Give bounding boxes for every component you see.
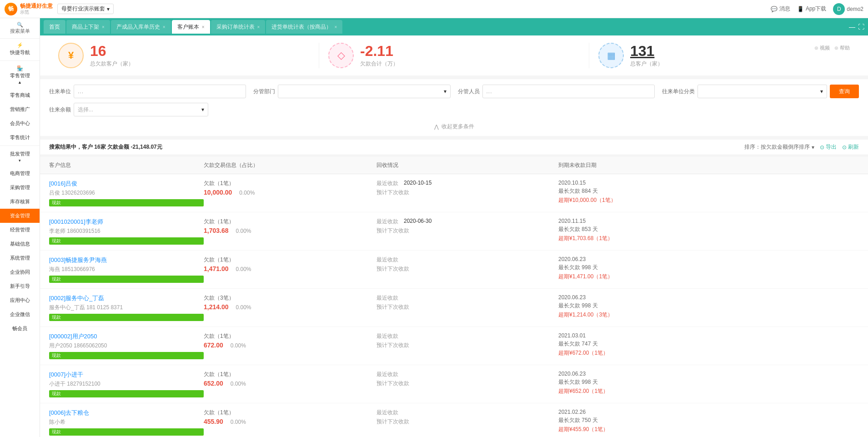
message-button[interactable]: 💬 消息	[771, 5, 790, 13]
app-download-button[interactable]: 📱 App下载	[797, 5, 826, 13]
debt-ratio-2: 0.00%	[236, 228, 251, 234]
tab-customer-account[interactable]: 客户账本 ×	[172, 20, 210, 34]
production-history-label: 产成品入库单历史	[116, 23, 160, 31]
sidebar-item-member[interactable]: 会员中心	[0, 116, 40, 131]
due-days-6: 最长欠款 998 天	[558, 378, 859, 386]
sidebar-item-wholesale[interactable]: 批发管理 ▾	[0, 147, 40, 166]
due-days-7: 最长欠款 750 天	[558, 417, 859, 424]
due-overdue-5[interactable]: 超期¥672.00（1笔）	[558, 349, 859, 357]
sidebar-item-sys[interactable]: 系统管理	[0, 251, 40, 265]
tab-minimize-icon[interactable]: —	[849, 23, 855, 30]
sidebar-search[interactable]: 🔍 搜索菜单	[0, 18, 40, 39]
due-info-4: 2020.06.23 最长欠款 998 天 超期¥1,214.00（3笔）	[558, 294, 859, 319]
sidebar-item-newbie[interactable]: 新手引导	[0, 279, 40, 293]
search-button[interactable]: 查询	[830, 85, 859, 98]
manager-input[interactable]: ...	[482, 85, 655, 98]
sidebar-item-inventory[interactable]: 库存核算	[0, 195, 40, 209]
customer-phone-4: 服务中心_丁磊 181 0125 8371	[49, 304, 204, 311]
tab-product-shelf[interactable]: 商品上下架 ×	[66, 20, 110, 34]
sidebar-item-wechat[interactable]: 企业微信	[0, 307, 40, 321]
due-overdue-7[interactable]: 超期¥455.90（1笔）	[558, 426, 859, 433]
retail-stats-label: 零售统计	[10, 134, 30, 141]
debt-customers-label: 总欠款客户（家）	[90, 60, 310, 68]
balance-select[interactable]: 选择... ▾	[74, 103, 208, 116]
sidebar-item-retail-mall[interactable]: 零售商城	[0, 88, 40, 102]
due-overdue-1[interactable]: 超期¥10,000.00（1笔）	[558, 196, 859, 204]
debt-customers-info: 16 总欠款客户（家）	[90, 44, 310, 68]
customer-name-1[interactable]: [0016]吕俊	[49, 180, 204, 188]
sidebar-item-basic[interactable]: 基础信息	[0, 237, 40, 251]
ecommerce-label: 电商管理	[10, 170, 30, 177]
tab-home[interactable]: 首页	[44, 20, 65, 34]
debt-ratio-3: 0.00%	[236, 266, 251, 272]
tab-expand-icon[interactable]: ⛶	[858, 23, 864, 30]
tab-production-history[interactable]: 产成品入库单历史 ×	[111, 20, 171, 34]
due-overdue-4[interactable]: 超期¥1,214.00（3笔）	[558, 311, 859, 319]
collection-next-2: 预计下次收款	[376, 227, 558, 235]
due-days-5: 最长欠款 747 天	[558, 340, 859, 348]
user-profile[interactable]: D demo2	[833, 3, 863, 15]
collection-last-6: 最近收款	[376, 371, 558, 378]
tab-close-customer-account[interactable]: ×	[202, 25, 205, 30]
retail-mgmt-label: 零售管理	[10, 72, 30, 79]
sidebar-item-purchase[interactable]: 采购管理	[0, 181, 40, 195]
sidebar-item-biz[interactable]: 经营管理	[0, 223, 40, 237]
store-selector[interactable]: 母婴行业演示账套 ▾	[57, 4, 114, 14]
manager-label: 分管人员	[458, 88, 480, 95]
tab-purchase-summary[interactable]: 采购订单统计表 ×	[211, 20, 266, 34]
collection-next-5: 预计下次收款	[376, 342, 558, 349]
download-icon: 📱	[797, 6, 804, 12]
total-customers-label: 总客户（家）	[630, 60, 808, 68]
tab-close-product-shelf[interactable]: ×	[102, 25, 105, 30]
view-icon[interactable]: ⊙ 视频	[814, 45, 830, 51]
customer-name-6[interactable]: [0007]小进干	[49, 371, 204, 379]
retail-mall-label: 零售商城	[10, 92, 30, 99]
collection-next-7: 预计下次收款	[376, 418, 558, 426]
collection-last-2: 最近收款 2020-06-30	[376, 218, 558, 226]
refresh-button[interactable]: ⊙ 刷新	[842, 143, 859, 151]
tab-close-purchase-summary[interactable]: ×	[257, 25, 260, 30]
source-unit-input[interactable]: ...	[74, 85, 246, 98]
total-customers-info: 131 总客户（家）	[630, 44, 808, 68]
stat-help: ⊙ 视频 ⊙ 帮助	[814, 43, 850, 51]
sort-selector[interactable]: 排序：按欠款金额倒序排序 ▾	[744, 143, 814, 151]
customer-name-3[interactable]: [0003]畅捷服务尹海燕	[49, 256, 204, 264]
sidebar-item-ecommerce[interactable]: 电商管理	[0, 166, 40, 181]
table-row: [0002]服务中心_丁磊 服务中心_丁磊 181 0125 8371 现款 欠…	[40, 289, 868, 327]
due-overdue-2[interactable]: 超期¥1,703.68（1笔）	[558, 235, 859, 242]
customer-tag-5: 现款	[49, 352, 204, 359]
customer-name-5[interactable]: [000002]用户2050	[49, 332, 204, 341]
export-button[interactable]: ⊙ 导出	[820, 143, 837, 151]
sidebar-search-label: 搜索菜单	[3, 28, 37, 35]
collapse-row[interactable]: ⋀ 收起更多条件	[49, 121, 859, 131]
customer-name-2[interactable]: [0001020001]李老师	[49, 218, 204, 226]
due-overdue-6[interactable]: 超期¥652.00（1笔）	[558, 387, 859, 395]
avatar: D	[833, 3, 845, 15]
result-middle: 欠款金额	[107, 144, 129, 150]
stock-summary-label: 进货单统计表（按商品）	[271, 23, 331, 31]
sidebar-item-app-center[interactable]: 应用中心	[0, 293, 40, 307]
th-due-date: 到期未收款日期	[558, 161, 859, 169]
sidebar-item-retail-stats[interactable]: 零售统计	[0, 131, 40, 145]
dept-select[interactable]: ▾	[278, 85, 450, 98]
balance-placeholder: 选择...	[78, 106, 93, 114]
sort-label: 排序：按欠款金额倒序排序	[744, 143, 810, 151]
customer-name-7[interactable]: [0006]去下粮仓	[49, 409, 204, 417]
tab-close-stock-summary[interactable]: ×	[334, 25, 337, 30]
chevron-down-icon-2: ▾	[19, 158, 21, 163]
sidebar-item-quick-nav[interactable]: ⚡ 快捷导航	[0, 39, 40, 60]
customer-tag-3: 现款	[49, 276, 204, 283]
table-row: [0007]小进干 小进干 18279152100 现款 欠款（1笔） 652.…	[40, 365, 868, 403]
customer-name-4[interactable]: [0002]服务中心_丁磊	[49, 294, 204, 302]
sidebar-item-enterprise[interactable]: 企业协同	[0, 265, 40, 279]
due-overdue-3[interactable]: 超期¥1,471.00（1笔）	[558, 273, 859, 281]
stat-debt-customers: ¥ 16 总欠款客户（家）	[49, 43, 319, 68]
help-icon[interactable]: ⊙ 帮助	[834, 45, 850, 51]
unit-category-select[interactable]: ▾	[697, 85, 827, 98]
sidebar-item-vip[interactable]: 畅会员	[0, 321, 40, 336]
sidebar-item-retail-mgmt[interactable]: 🏪 零售管理 ▲	[0, 62, 40, 88]
tab-close-production-history[interactable]: ×	[163, 25, 166, 30]
sidebar-item-finance[interactable]: 资金管理	[0, 209, 40, 223]
tab-stock-summary[interactable]: 进货单统计表（按商品） ×	[266, 20, 342, 34]
sidebar-item-marketing[interactable]: 营销推广	[0, 102, 40, 116]
